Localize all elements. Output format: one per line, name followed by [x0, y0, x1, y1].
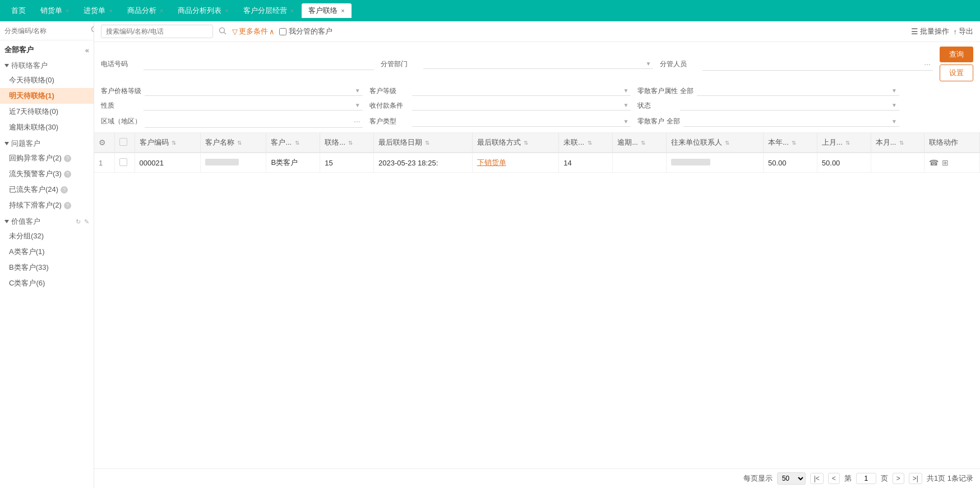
chevron-customer-level-icon: ▼	[623, 88, 628, 94]
last-page-button[interactable]: >|	[909, 473, 922, 484]
sidebar-item-class-a[interactable]: A类客户(1)	[0, 244, 94, 260]
first-page-button[interactable]: |<	[810, 473, 824, 484]
prev-page-button[interactable]: <	[828, 473, 840, 484]
sort-this-month-icon[interactable]: ⇅	[899, 140, 904, 146]
setting-button[interactable]: 设置	[940, 65, 973, 81]
select-all-checkbox[interactable]	[119, 138, 127, 146]
dots-person-icon[interactable]: ···	[924, 59, 931, 68]
sort-contacts-icon[interactable]: ⇅	[348, 140, 353, 146]
info-repurchase-icon: ?	[64, 155, 71, 162]
expand-problem-icon[interactable]	[4, 142, 9, 145]
filter-cell-customer-type: 客户类型 ▼	[369, 117, 631, 127]
row-checkbox[interactable]	[119, 158, 127, 166]
sidebar-item-repurchase-abnormal[interactable]: 回购异常客户(2) ?	[0, 150, 94, 166]
filter-select-price-level[interactable]: ▼	[145, 86, 363, 96]
filter-select-region[interactable]: ···	[145, 115, 363, 128]
sidebar-item-class-c[interactable]: C类客户(6)	[0, 275, 94, 291]
nav-customer-contact[interactable]: 客户联络 ×	[302, 3, 351, 18]
sort-overdue-icon[interactable]: ⇅	[641, 140, 645, 146]
chevron-payment-icon: ▼	[623, 102, 628, 108]
sidebar-item-class-b[interactable]: B类客户(33)	[0, 260, 94, 275]
search-input[interactable]	[101, 25, 213, 38]
page-input[interactable]	[856, 473, 876, 484]
sidebar-item-ungrouped[interactable]: 未分组(32)	[0, 228, 94, 244]
sort-last-month-icon[interactable]: ⇅	[845, 140, 850, 146]
sidebar-item-declining[interactable]: 持续下滑客户(2) ?	[0, 197, 94, 213]
sidebar-search-input[interactable]	[4, 27, 89, 35]
sidebar-group-pending: 待联络客户	[0, 57, 94, 72]
sort-contact-person-icon[interactable]: ⇅	[725, 140, 729, 146]
sort-uncontacted-icon[interactable]: ⇅	[588, 140, 592, 146]
expand-value-icon[interactable]	[4, 220, 9, 223]
per-page-select[interactable]: 50 10 20 100	[777, 472, 806, 485]
filter-select-person[interactable]: ···	[702, 58, 933, 71]
svg-point-2	[220, 27, 225, 33]
td-this-month	[871, 153, 924, 173]
value-group-edit-icon[interactable]: ✎	[84, 218, 89, 225]
filter-select-customer-level[interactable]: ▼	[412, 86, 631, 96]
search-button[interactable]	[218, 26, 228, 38]
filter-action-buttons: 查询 设置	[940, 47, 973, 81]
sidebar-item-7day-contact[interactable]: 近7天待联络(0)	[0, 104, 94, 119]
batch-op-icon: ☰	[911, 27, 918, 36]
sidebar-collapse-icon[interactable]: «	[85, 46, 89, 54]
more-action-icon[interactable]: ⊞	[942, 158, 949, 167]
sidebar-item-today-contact[interactable]: 今天待联络(0)	[0, 72, 94, 88]
batch-op-button[interactable]: ☰ 批量操作	[911, 26, 949, 36]
sort-last-date-icon[interactable]: ⇅	[425, 140, 429, 146]
sidebar-item-churn-warning[interactable]: 流失预警客户(3) ?	[0, 166, 94, 182]
action-icons: ☎ ⊞	[929, 158, 975, 167]
filter-select-customer-type[interactable]: ▼	[412, 117, 631, 127]
filter-input-phone[interactable]	[144, 58, 374, 70]
filter-select-status[interactable]: ▼	[680, 100, 899, 111]
page-label: 第	[844, 473, 852, 484]
td-last-method: 下销货单	[472, 153, 559, 173]
value-group-refresh-icon[interactable]: ↻	[76, 218, 81, 225]
more-conditions-button[interactable]: ▽ 更多条件 ∧	[232, 26, 275, 36]
sort-this-year-icon[interactable]: ⇅	[792, 140, 796, 146]
nav-sales-order[interactable]: 销货单 ×	[34, 3, 76, 18]
sort-code-icon[interactable]: ⇅	[172, 140, 176, 146]
sort-last-method-icon[interactable]: ⇅	[524, 140, 528, 146]
page-suffix: 页	[881, 473, 888, 484]
close-customer-tier-icon[interactable]: ×	[290, 7, 294, 14]
close-product-analysis-icon[interactable]: ×	[160, 7, 163, 14]
my-customers-checkbox-label[interactable]: 我分管的客户	[279, 26, 332, 36]
filter-select-dept[interactable]: ▼	[423, 59, 654, 69]
table-header-row: ⚙ 客户编码 ⇅ 客户名称 ⇅	[94, 133, 980, 153]
filter-select-scatter-customer[interactable]: ▼	[683, 117, 899, 127]
nav-product-analysis-list[interactable]: 商品分析列表 ×	[171, 3, 235, 18]
filter-select-scatter-attr[interactable]: ▼	[697, 86, 899, 96]
info-churn-warning-icon: ?	[64, 171, 71, 178]
query-button[interactable]: 查询	[940, 47, 973, 62]
contact-action-icon[interactable]: ☎	[929, 158, 939, 167]
filter-bar: ▽ 更多条件 ∧ 我分管的客户 ☰ 批量操作 ↑ 导出	[94, 21, 980, 42]
sidebar-group-value: 价值客户 ↻ ✎	[0, 213, 94, 228]
nav-purchase-order[interactable]: 进货单 ×	[77, 3, 119, 18]
close-sales-order-icon[interactable]: ×	[66, 7, 69, 14]
column-settings-icon[interactable]: ⚙	[99, 138, 106, 147]
expand-pending-icon[interactable]	[4, 64, 9, 67]
export-button[interactable]: ↑ 导出	[954, 26, 974, 36]
last-contact-method-link[interactable]: 下销货单	[477, 158, 506, 167]
filter-cell-customer-level: 客户等级 ▼	[369, 86, 631, 96]
sidebar-item-tomorrow-contact[interactable]: 明天待联络(1)	[0, 88, 94, 104]
sort-type-icon[interactable]: ⇅	[295, 140, 299, 146]
my-customers-checkbox[interactable]	[279, 28, 286, 35]
dots-region-icon[interactable]: ···	[354, 117, 360, 126]
next-page-button[interactable]: >	[893, 473, 904, 484]
sidebar-item-overdue-contact[interactable]: 逾期未联络(30)	[0, 119, 94, 135]
close-product-analysis-list-icon[interactable]: ×	[225, 7, 228, 14]
sidebar-item-lost-customers[interactable]: 已流失客户(24) ?	[0, 182, 94, 197]
nav-product-analysis[interactable]: 商品分析 ×	[121, 3, 170, 18]
close-purchase-order-icon[interactable]: ×	[109, 7, 112, 14]
filter-select-nature[interactable]: ▼	[144, 100, 363, 111]
close-customer-contact-icon[interactable]: ×	[341, 7, 344, 14]
filter-select-payment[interactable]: ▼	[412, 100, 631, 111]
funnel-icon: ▽	[232, 27, 238, 36]
sort-name-icon[interactable]: ⇅	[237, 140, 242, 146]
td-type: B类客户	[266, 153, 320, 173]
all-customers-title[interactable]: 全部客户 «	[0, 40, 94, 57]
nav-home[interactable]: 首页	[4, 3, 33, 18]
nav-customer-tier[interactable]: 客户分层经营 ×	[237, 3, 301, 18]
